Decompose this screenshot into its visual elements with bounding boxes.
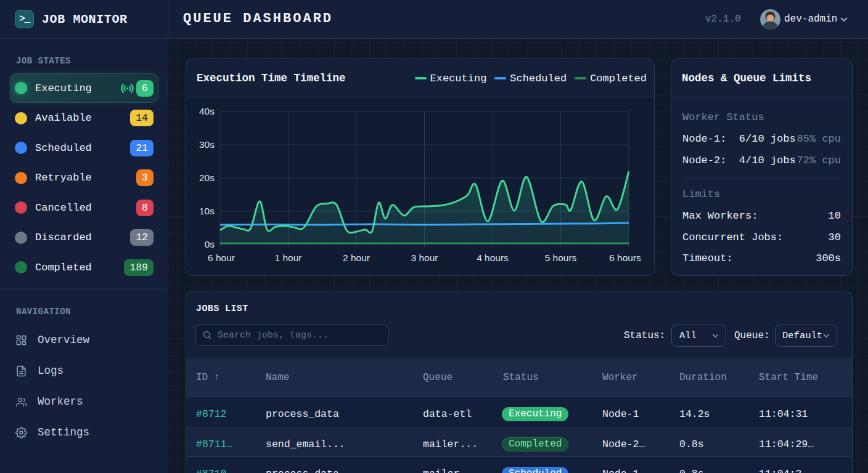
svg-text:4 hours: 4 hours — [477, 253, 509, 263]
svg-text:3 hour: 3 hour — [411, 253, 438, 263]
svg-text:30s: 30s — [199, 139, 215, 150]
svg-text:0s: 0s — [205, 239, 215, 249]
svg-text:2 hour: 2 hour — [343, 253, 370, 263]
svg-text:40s: 40s — [199, 106, 215, 116]
svg-text:1 hour: 1 hour — [275, 253, 302, 263]
svg-text:6 hours: 6 hours — [609, 253, 641, 263]
svg-text:10s: 10s — [199, 206, 215, 216]
svg-text:6 hour: 6 hour — [208, 253, 235, 263]
svg-text:20s: 20s — [199, 172, 215, 183]
svg-text:5 hours: 5 hours — [545, 253, 577, 263]
